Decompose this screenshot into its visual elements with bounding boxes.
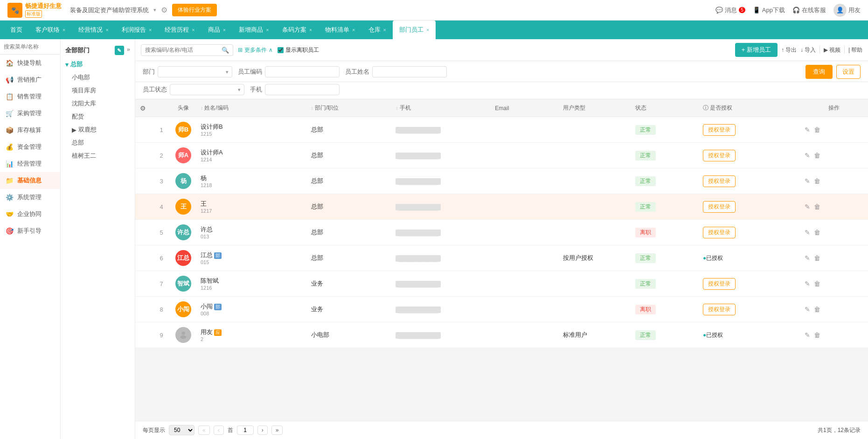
close-icon[interactable]: × [352, 27, 355, 33]
sidebar-item-collab[interactable]: 🤝 企业协同 [0, 206, 60, 223]
app-download-btn[interactable]: 📱 App下载 [753, 6, 785, 14]
edit-button[interactable]: ✎ [805, 280, 810, 287]
tab-profit[interactable]: 利润报告× [115, 21, 158, 39]
prev-page-btn[interactable]: ‹ [214, 425, 224, 435]
auth-login-button[interactable]: 授权登录 [703, 124, 736, 136]
auth-login-button[interactable]: 授权登录 [703, 304, 736, 315]
settings-button[interactable]: 设置 [836, 65, 861, 79]
export-button[interactable]: ↑ 导出 [781, 46, 797, 54]
dept-item-project[interactable]: 项目库房 [61, 84, 135, 97]
more-filter-btn[interactable]: ⊞ 更多条件 ∧ [238, 46, 273, 54]
close-icon[interactable]: × [309, 27, 312, 33]
close-icon[interactable]: × [426, 27, 429, 33]
sidebar-item-basic-info[interactable]: 📁 基础信息 [0, 172, 60, 189]
delete-button[interactable]: 🗑 [814, 203, 820, 210]
delete-button[interactable]: 🗑 [814, 177, 820, 185]
dept-item-small-elec[interactable]: 小电部 [61, 71, 135, 84]
close-icon[interactable]: × [149, 27, 152, 33]
delete-button[interactable]: 🗑 [814, 306, 820, 313]
edit-button[interactable]: ✎ [805, 126, 810, 133]
trial-button[interactable]: 体验行业方案 [172, 4, 217, 16]
close-icon[interactable]: × [266, 27, 269, 33]
dept-item-plant[interactable]: 植树王二 [61, 149, 135, 162]
edit-button[interactable]: ✎ [805, 177, 810, 185]
dept-select[interactable] [158, 66, 232, 77]
delete-button[interactable]: 🗑 [814, 254, 820, 262]
auth-login-button[interactable]: 授权登录 [703, 175, 736, 187]
sidebar-item-marketing[interactable]: 📢 营销推广 [0, 71, 60, 88]
auth-login-button[interactable]: 授权登录 [703, 278, 736, 290]
tab-bom[interactable]: 物料清单× [319, 21, 361, 39]
tab-barcode[interactable]: 条码方案× [276, 21, 319, 39]
dept-item-hq2[interactable]: 总部 [61, 136, 135, 149]
search-input[interactable] [145, 47, 220, 53]
delete-button[interactable]: 🗑 [814, 126, 820, 133]
edit-button[interactable]: ✎ [805, 331, 810, 339]
message-btn[interactable]: 💬 消息 5 [715, 6, 745, 14]
sidebar-item-sales[interactable]: 📋 销售管理 [0, 88, 60, 105]
sidebar-item-operations[interactable]: 📊 经营管理 [0, 155, 60, 172]
online-service-btn[interactable]: 🎧 在线客服 [792, 6, 826, 14]
tab-customer[interactable]: 客户联络× [29, 21, 72, 39]
th-phone[interactable]: ↕ 手机 [391, 99, 490, 117]
delete-button[interactable]: 🗑 [814, 331, 820, 339]
close-icon[interactable]: × [62, 27, 65, 33]
edit-button[interactable]: ✎ [805, 254, 810, 262]
auth-login-button[interactable]: 授权登录 [703, 227, 736, 238]
dept-item-headquarters[interactable]: ▾ 总部 [61, 58, 135, 71]
first-page-btn[interactable]: « [198, 425, 210, 435]
tab-goods[interactable]: 商品× [201, 21, 232, 39]
dept-item-shuanglu[interactable]: ▶ 双鹿想 [61, 123, 135, 136]
add-employee-button[interactable]: + 新增员工 [735, 43, 778, 57]
status-select[interactable] [170, 84, 244, 95]
emp-code-input[interactable] [265, 66, 340, 77]
tab-operation[interactable]: 经营情况× [72, 21, 115, 39]
close-icon[interactable]: × [223, 27, 226, 33]
close-icon[interactable]: × [383, 27, 386, 33]
tab-dept-employee[interactable]: 部门员工× [393, 21, 436, 39]
sidebar-search-input[interactable] [4, 43, 61, 50]
tab-add-goods[interactable]: 新增商品× [232, 21, 275, 39]
close-icon[interactable]: × [105, 27, 108, 33]
help-button[interactable]: | 帮助 [848, 46, 862, 54]
close-icon[interactable]: × [192, 27, 194, 33]
page-input[interactable] [237, 425, 254, 435]
next-page-btn[interactable]: › [257, 425, 268, 435]
th-dept[interactable]: ↕ 部门/职位 [306, 99, 391, 117]
per-page-select[interactable]: 50 100 [169, 425, 194, 435]
import-button[interactable]: ↓ 导入 [800, 46, 816, 54]
sidebar-item-guide[interactable]: 🎯 新手引导 [0, 223, 60, 239]
auth-login-button[interactable]: 授权登录 [703, 201, 736, 213]
view-button[interactable]: ▶ 视频 [824, 46, 840, 54]
tab-history[interactable]: 经营历程× [158, 21, 201, 39]
dept-item-distribution[interactable]: 配货 [61, 110, 135, 123]
th-name[interactable]: ↕ 姓名/编码 [196, 99, 306, 117]
tab-home[interactable]: 首页 [4, 21, 29, 39]
sidebar-item-finance[interactable]: 💰 资金管理 [0, 139, 60, 155]
phone-input[interactable] [265, 84, 340, 95]
sidebar-item-purchase[interactable]: 🛒 采购管理 [0, 105, 60, 122]
auth-login-button[interactable]: 授权登录 [703, 150, 736, 161]
th-settings[interactable]: ⚙ [135, 99, 152, 117]
dept-item-shenyang[interactable]: 沈阳大库 [61, 97, 135, 110]
delete-button[interactable]: 🗑 [814, 280, 820, 287]
user-menu[interactable]: 👤 用友 [833, 4, 861, 17]
edit-button[interactable]: ✎ [805, 306, 810, 313]
sidebar-item-system[interactable]: ⚙️ 系统管理 [0, 189, 60, 206]
show-resigned-checkbox[interactable] [278, 47, 284, 53]
edit-button[interactable]: ✎ [805, 152, 810, 159]
tab-warehouse[interactable]: 仓库× [362, 21, 393, 39]
delete-button[interactable]: 🗑 [814, 229, 820, 236]
edit-button[interactable]: ✎ [805, 203, 810, 210]
title-arrow-icon[interactable]: ▾ [153, 7, 156, 13]
sidebar-item-quick-nav[interactable]: 🏠 快捷导航 [0, 55, 60, 71]
edit-button[interactable]: ✎ [805, 229, 810, 236]
table-gear-icon[interactable]: ⚙ [140, 105, 146, 112]
sidebar-item-inventory[interactable]: 📦 库存核算 [0, 122, 60, 139]
dept-edit-icon[interactable]: ✎ [115, 46, 124, 55]
last-page-btn[interactable]: » [271, 425, 283, 435]
emp-name-input[interactable] [372, 66, 447, 77]
gear-button[interactable]: ⚙ [161, 6, 167, 14]
delete-button[interactable]: 🗑 [814, 152, 820, 159]
query-button[interactable]: 查询 [806, 65, 833, 79]
